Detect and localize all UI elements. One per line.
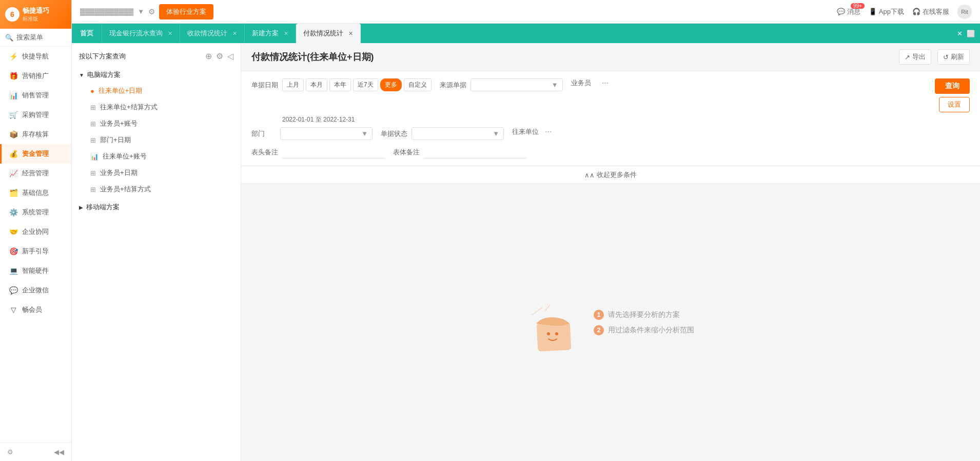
sidebar-item-label: 智能硬件	[22, 266, 49, 275]
empty-hint-2: 2 用过滤条件来缩小分析范围	[594, 325, 694, 335]
scheme-item-unit-date[interactable]: ● 往来单位+日期	[72, 83, 241, 99]
filter-panel-header-actions: ⊕ ⚙ ◁	[205, 51, 233, 61]
sidebar-item-operation[interactable]: 📈 经营管理	[0, 164, 71, 183]
doc-status-select[interactable]: ▼	[411, 127, 504, 140]
tabbar-actions: ✕ ⬜	[952, 24, 980, 43]
scheme-staff-account-icon: ⊞	[90, 120, 96, 128]
query-form: 单据日期 上月 本月 本年 近7天 更多 自定义 来源单据	[241, 71, 980, 166]
sidebar-item-system[interactable]: ⚙️ 系统管理	[0, 203, 71, 222]
sidebar-item-member[interactable]: ▽ 畅会员	[0, 300, 71, 319]
staff-dots-button[interactable]: ···	[600, 78, 611, 88]
scheme-item-staff-date[interactable]: ⊞ 业务员+日期	[72, 165, 241, 181]
desktop-section-title[interactable]: ▼ 电脑端方案	[72, 67, 241, 83]
date-btn-7days[interactable]: 近7天	[353, 78, 378, 91]
page-header-actions: ↗ 导出 ↺ 刷新	[899, 49, 970, 65]
staff-group: 业务员 ···	[571, 78, 611, 88]
system-icon: ⚙️	[9, 208, 18, 216]
dept-select[interactable]: ▼	[280, 127, 373, 140]
head-note-label: 表头备注	[251, 148, 278, 157]
tab-receipt-stats-close-icon[interactable]: ✕	[232, 30, 237, 37]
tab-payment-stats-label: 付款情况统计	[303, 29, 343, 38]
export-button[interactable]: ↗ 导出	[899, 49, 931, 65]
head-note-input[interactable]	[282, 146, 385, 158]
sidebar-item-quick-nav[interactable]: ⚡ 快捷导航	[0, 47, 71, 66]
date-btn-this-year[interactable]: 本年	[329, 78, 351, 91]
sidebar-item-finance[interactable]: 💰 资金管理	[0, 144, 71, 164]
search-menu[interactable]: 🔍 搜索菜单	[0, 29, 71, 47]
sidebar-item-sales[interactable]: 📊 销售管理	[0, 86, 71, 105]
add-scheme-icon[interactable]: ⊕	[205, 51, 212, 61]
tab-payment-stats[interactable]: 付款情况统计 ✕	[296, 24, 361, 43]
scheme-item-staff-settle[interactable]: ⊞ 业务员+结算方式	[72, 181, 241, 197]
refresh-button[interactable]: ↺ 刷新	[937, 49, 970, 65]
scheme-item-dept-date[interactable]: ⊞ 部门+日期	[72, 132, 241, 148]
sidebar-item-marketing[interactable]: 🎁 营销推广	[0, 66, 71, 86]
setting-button[interactable]: 设置	[939, 97, 970, 112]
tab-new-plan[interactable]: 新建方案 ✕	[245, 24, 296, 43]
source-select[interactable]: ▼	[471, 78, 563, 91]
date-label: 单据日期	[251, 81, 278, 90]
date-btn-last-month[interactable]: 上月	[282, 78, 304, 91]
sidebar-item-hardware[interactable]: 💻 智能硬件	[0, 261, 71, 280]
tab-cash-flow-close-icon[interactable]: ✕	[168, 30, 172, 37]
topbar-right: 💬 消息 99+ 📱 App下载 🎧 在线客服 Rit	[837, 5, 972, 19]
member-icon: ▽	[9, 306, 18, 314]
scheme-item-staff-account[interactable]: ⊞ 业务员+账号	[72, 115, 241, 132]
scheme-staff-settle-icon: ⊞	[90, 186, 96, 193]
mobile-section-title[interactable]: ▶ 移动端方案	[72, 199, 241, 215]
sidebar-item-label: 畅会员	[22, 305, 42, 314]
footer-settings-icon[interactable]: ⚙	[7, 448, 13, 456]
sidebar-item-wechat[interactable]: 💬 企业微信	[0, 280, 71, 300]
dropdown-arrow-icon[interactable]: ▼	[138, 8, 144, 15]
avatar[interactable]: Rit	[957, 5, 972, 19]
collapse-button[interactable]: ∧∧ 收起更多条件	[584, 170, 637, 179]
maximize-icon[interactable]: ⬜	[967, 30, 975, 37]
tab-home[interactable]: 首页	[72, 24, 102, 43]
marketing-icon: 🎁	[9, 72, 18, 80]
sidebar-item-label: 营销推广	[22, 71, 49, 81]
unit-dots-button[interactable]: ···	[543, 127, 554, 136]
sidebar-item-basic[interactable]: 🗂️ 基础信息	[0, 183, 71, 203]
tab-cash-flow[interactable]: 现金银行流水查询 ✕	[102, 24, 180, 43]
trial-button[interactable]: 体验行业方案	[159, 4, 213, 19]
main-area: ▓▓▓▓▓▓▓▓▓▓▓ ▼ ⚙ 体验行业方案 💬 消息 99+ 📱 App下载 …	[72, 0, 980, 461]
tab-payment-stats-close-icon[interactable]: ✕	[348, 30, 353, 37]
sidebar-item-inventory[interactable]: 📦 库存核算	[0, 125, 71, 144]
online-service-button[interactable]: 🎧 在线客服	[912, 7, 949, 16]
query-button[interactable]: 查询	[935, 78, 970, 94]
app-version: 标准版	[23, 15, 49, 23]
form-row-1: 单据日期 上月 本月 本年 近7天 更多 自定义 来源单据	[251, 78, 970, 112]
date-btn-more[interactable]: 更多	[380, 78, 402, 91]
sidebar-item-guide[interactable]: 🎯 新手引导	[0, 242, 71, 261]
settings-gear-icon[interactable]: ⚙	[148, 7, 155, 16]
source-group: 来源单据 ▼	[440, 78, 563, 91]
tab-new-plan-close-icon[interactable]: ✕	[284, 30, 288, 37]
sidebar-item-label: 采购管理	[22, 110, 49, 119]
scheme-settings-icon[interactable]: ⚙	[216, 51, 223, 61]
svg-line-0	[532, 307, 542, 315]
dept-label: 部门	[251, 129, 276, 138]
close-all-icon[interactable]: ✕	[957, 30, 963, 37]
sidebar-item-enterprise[interactable]: 🤝 企业协同	[0, 222, 71, 242]
collapse-panel-icon[interactable]: ◁	[227, 51, 233, 61]
scheme-staff-date-icon: ⊞	[90, 169, 96, 177]
form-row-3: 表头备注 表体备注	[251, 146, 970, 158]
app-download-button[interactable]: 📱 App下载	[869, 7, 904, 16]
date-btn-custom[interactable]: 自定义	[404, 78, 432, 91]
scheme-item-unit-account[interactable]: 📊 往来单位+账号	[72, 148, 241, 165]
sidebar-item-purchase[interactable]: 🛒 采购管理	[0, 105, 71, 125]
doc-status-label: 单据状态	[381, 129, 407, 138]
scheme-dept-date-label: 部门+日期	[100, 135, 131, 145]
sidebar-item-label: 新手引导	[22, 247, 49, 256]
footer-collapse-icon[interactable]: ◀◀	[54, 448, 64, 456]
tab-receipt-stats[interactable]: 收款情况统计 ✕	[180, 24, 245, 43]
body-note-input[interactable]	[424, 146, 526, 158]
date-btn-this-month[interactable]: 本月	[306, 78, 327, 91]
mobile-scheme-section: ▶ 移动端方案	[72, 199, 241, 215]
doc-status-group: 单据状态 ▼	[381, 127, 504, 140]
hardware-icon: 💻	[9, 267, 18, 275]
scheme-item-unit-settle[interactable]: ⊞ 往来单位+结算方式	[72, 99, 241, 115]
enterprise-icon: 🤝	[9, 228, 18, 236]
messages-button[interactable]: 💬 消息 99+	[837, 7, 860, 16]
sidebar-item-label: 企业协同	[22, 227, 49, 236]
